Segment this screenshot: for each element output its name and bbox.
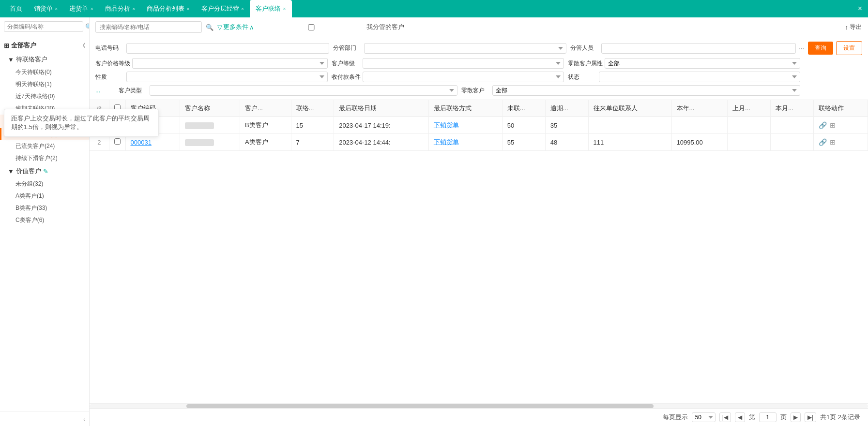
sidebar-item-7days[interactable]: 近7天待联络(0) <box>0 90 89 103</box>
close-purchase-icon[interactable]: × <box>90 6 93 12</box>
row1-name <box>180 117 240 134</box>
sidebar: 🔍 ⊞ 全部客户 《 ▼ 待联络客户 今天待联络(0) 明天待联络(1) 近7天… <box>0 17 90 426</box>
more-filter-link[interactable]: ... <box>95 87 100 94</box>
phone-label: 电话号码 <box>95 44 124 52</box>
nav-customer-tier[interactable]: 客户分层经营 × <box>196 0 250 17</box>
row1-actions: 🔗 ⊞ <box>813 117 868 134</box>
query-button[interactable]: 查询 <box>808 42 833 55</box>
page-first-button[interactable]: |◀ <box>719 412 731 422</box>
more-conditions-button[interactable]: ▽ 更多条件 ∧ <box>217 23 254 31</box>
customer-table: ⚙ 客户编码 客户名称 客户... <box>90 100 868 151</box>
filter-manager: 分管人员 ··· <box>570 43 804 54</box>
retail-property-label: 零散客户属性 <box>568 59 603 68</box>
page-label: 第 <box>749 413 755 422</box>
page-prev-button[interactable]: ◀ <box>735 412 745 422</box>
row2-type: A类客户 <box>240 134 291 151</box>
sidebar-search-input[interactable] <box>4 21 83 32</box>
manager-label: 分管人员 <box>570 44 599 52</box>
row2-link-icon[interactable]: 🔗 <box>819 138 827 146</box>
row1-qr-icon[interactable]: ⊞ <box>830 121 836 129</box>
nav-sales[interactable]: 销货单 × <box>28 0 63 17</box>
per-page-select[interactable]: 50 20 100 200 <box>692 412 716 422</box>
col-contact-count: 联络... <box>291 100 334 117</box>
manager-input[interactable] <box>601 43 796 54</box>
row1-last-date: 2023-04-17 14:19: <box>334 117 428 134</box>
close-product-analysis-icon[interactable]: × <box>132 6 135 12</box>
row2-name <box>180 134 240 151</box>
export-button[interactable]: ↑ 导出 <box>845 23 863 31</box>
status-label: 状态 <box>568 73 597 81</box>
row2-contact: 7 <box>291 134 334 151</box>
close-product-list-icon[interactable]: × <box>186 6 189 12</box>
sidebar-item-a-class[interactable]: A类客户(1) <box>0 190 89 202</box>
payment-select[interactable] <box>363 72 564 82</box>
filter-phone: 电话号码 <box>95 43 329 54</box>
phone-input[interactable] <box>126 43 329 54</box>
sidebar-item-lost[interactable]: 已流失客户(24) <box>0 140 89 152</box>
close-customer-contact-icon[interactable]: × <box>283 6 286 12</box>
status-select[interactable] <box>599 72 800 82</box>
close-customer-tier-icon[interactable]: × <box>241 6 244 12</box>
price-grade-select[interactable] <box>132 58 328 69</box>
row2-last-method[interactable]: 下销货单 <box>428 134 502 151</box>
row2-actions: 🔗 ⊞ <box>813 134 868 151</box>
row2-this-year: 10995.00 <box>671 134 728 151</box>
sidebar-item-ungroup[interactable]: 未分组(32) <box>0 178 89 190</box>
all-customers-header[interactable]: ⊞ 全部客户 《 <box>0 38 89 53</box>
sidebar-item-tomorrow[interactable]: 明天待联络(1) <box>0 78 89 90</box>
col-last-date: 最后联络日期 <box>334 100 428 117</box>
setting-button[interactable]: 设置 <box>836 41 862 55</box>
filter-dept: 分管部门 <box>333 43 567 54</box>
horizontal-scrollbar[interactable] <box>90 403 868 408</box>
sidebar-search-icon[interactable]: 🔍 <box>85 23 90 30</box>
retail-property-select[interactable]: 全部 <box>605 58 800 69</box>
nav-customer-contact[interactable]: 客户联络 × <box>250 0 291 17</box>
page-input[interactable] <box>759 412 777 422</box>
chevron-down-icon: ∧ <box>249 24 254 31</box>
filter-row-4: ... 客户类型 零散客户 全部 <box>95 85 862 96</box>
main-search-input[interactable] <box>95 21 202 33</box>
row2-qr-icon[interactable]: ⊞ <box>830 138 836 146</box>
dept-select[interactable] <box>364 43 567 54</box>
row2-select[interactable] <box>114 138 121 145</box>
customer-type-select[interactable] <box>150 85 457 96</box>
window-close-button[interactable]: × <box>858 4 862 13</box>
nav-product-analysis-list[interactable]: 商品分析列表 × <box>141 0 195 17</box>
sidebar-scroll-left[interactable]: ‹ <box>83 416 85 422</box>
filter-status: 状态 <box>568 72 800 82</box>
nav-product-analysis[interactable]: 商品分析 × <box>99 0 141 17</box>
my-customers-checkbox[interactable] <box>258 24 365 30</box>
filter-panel: 电话号码 分管部门 分管人员 ··· 查询 设置 <box>90 37 868 100</box>
nav-home[interactable]: 首页 <box>4 0 28 17</box>
nature-select[interactable] <box>126 72 328 82</box>
page-next-button[interactable]: ▶ <box>791 412 801 422</box>
row1-overdue: 35 <box>545 117 588 134</box>
group-pending-contact[interactable]: ▼ 待联络客户 <box>0 53 89 66</box>
group-value-customer[interactable]: ▼ 价值客户 ✎ <box>0 164 89 178</box>
my-customers-checkbox-label[interactable]: 我分管的客户 <box>258 23 404 31</box>
row2-contacts: 111 <box>588 134 671 151</box>
sidebar-item-today[interactable]: 今天待联络(0) <box>0 66 89 78</box>
filter-price-grade: 客户价格等级 <box>95 58 328 69</box>
customer-grade-select[interactable] <box>363 58 564 69</box>
main-search-icon[interactable]: 🔍 <box>206 24 213 31</box>
edit-icon[interactable]: ✎ <box>43 168 48 175</box>
retail-customer-select[interactable]: 全部 <box>492 85 800 96</box>
price-grade-label: 客户价格等级 <box>95 59 130 68</box>
manager-more-icon[interactable]: ··· <box>799 44 804 52</box>
sidebar-item-c-class[interactable]: C类客户(6) <box>0 214 89 226</box>
page-last-button[interactable]: ▶| <box>805 412 816 422</box>
row1-last-method[interactable]: 下销货单 <box>428 117 502 134</box>
row1-this-year <box>671 117 728 134</box>
tooltip-popup: 距客户上次交易时长，超过了此客户的平均交易周期的1.5倍，则视为异常。 <box>4 109 159 137</box>
collapse-icon[interactable]: 《 <box>80 42 85 49</box>
row1-link-icon[interactable]: 🔗 <box>819 121 827 129</box>
nav-purchase[interactable]: 进货单 × <box>63 0 99 17</box>
triangle-icon: ▼ <box>8 56 14 63</box>
content-area: 🔍 ▽ 更多条件 ∧ 我分管的客户 ↑ 导出 电话号码 <box>90 17 868 426</box>
nature-label: 性质 <box>95 73 124 81</box>
filter-retail-customer: 零散客户 全部 <box>461 85 800 96</box>
sidebar-item-b-class[interactable]: B类客户(33) <box>0 202 89 214</box>
sidebar-item-declining[interactable]: 持续下滑客户(2) <box>0 152 89 164</box>
close-sales-icon[interactable]: × <box>55 6 58 12</box>
